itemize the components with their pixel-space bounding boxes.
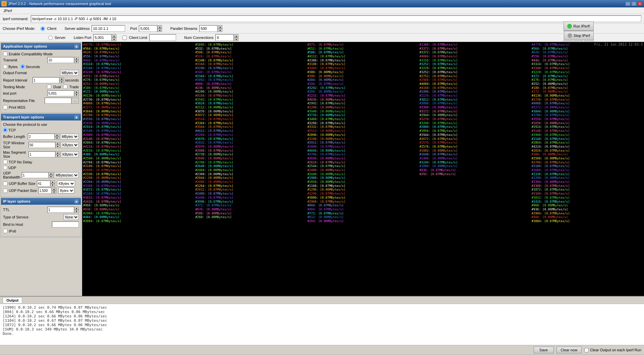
udp-buffer-checkbox[interactable] <box>3 182 7 186</box>
report-interval-input[interactable] <box>33 77 59 83</box>
report-interval-spinbox: ▲ ▼ <box>33 77 64 83</box>
minimize-button[interactable]: ─ <box>625 1 631 6</box>
test-port-input[interactable] <box>47 90 74 96</box>
window-controls[interactable]: ─ □ ✕ <box>625 1 643 6</box>
buffer-length-input[interactable] <box>28 134 55 140</box>
report-down[interactable]: ▼ <box>59 80 64 83</box>
max-seg-up[interactable]: ▲ <box>55 151 60 154</box>
listen-up-btn[interactable]: ▲ <box>112 34 116 38</box>
compat-checkbox[interactable] <box>3 52 7 56</box>
menu-jperf[interactable]: JPerf <box>1 8 14 13</box>
stream-line: #3716: [0.06MBytes/s] <box>307 113 419 117</box>
server-address-input[interactable] <box>92 25 125 32</box>
stream-line: #3844: [0.06MBytes/s] <box>83 110 195 114</box>
udp-buffer-unit-select[interactable]: KBytes <box>57 181 75 187</box>
tcp-window-unit-select[interactable]: KBytes <box>61 142 79 148</box>
udp-pkt-down[interactable]: ▼ <box>52 191 56 194</box>
ttl-row: TTL ▲ ▼ <box>3 207 79 213</box>
udp-packet-checkbox[interactable] <box>3 189 7 193</box>
ttl-down[interactable]: ▼ <box>74 210 79 213</box>
transport-layer-header[interactable]: Transport layer options ▲ <box>1 114 81 120</box>
udp-bw-up[interactable]: ▲ <box>49 172 53 175</box>
dual-checkbox[interactable] <box>47 85 51 89</box>
buffer-unit-select[interactable]: MBytes <box>60 134 79 140</box>
tcp-window-up[interactable]: ▲ <box>55 142 60 145</box>
output-tab[interactable]: Output <box>3 297 22 303</box>
test-port-down[interactable]: ▼ <box>74 93 79 96</box>
udp-bw-down[interactable]: ▼ <box>49 175 53 178</box>
ip-layer-header[interactable]: IP layer options ▲ <box>1 198 81 205</box>
client-radio[interactable] <box>41 27 45 31</box>
app-layer-header[interactable]: Application layer options ▲ <box>1 43 81 50</box>
max-seg-input[interactable] <box>29 151 55 157</box>
numconn-down-btn[interactable]: ▼ <box>234 38 238 41</box>
tos-select[interactable]: None <box>63 214 79 220</box>
tcp-radio[interactable] <box>3 128 7 132</box>
close-button[interactable]: ✕ <box>637 1 643 6</box>
app-layer-collapse[interactable]: ▲ <box>74 44 79 49</box>
print-mss-checkbox[interactable] <box>3 105 7 109</box>
numconn-up-btn[interactable]: ▲ <box>234 34 238 38</box>
port-up-btn[interactable]: ▲ <box>157 25 162 29</box>
transmit-input[interactable] <box>47 57 74 63</box>
num-connections-input[interactable] <box>215 34 234 41</box>
transport-layer-collapse[interactable]: ▲ <box>74 115 79 119</box>
seconds-radio[interactable] <box>20 64 25 69</box>
udp-buf-up[interactable]: ▲ <box>50 181 55 184</box>
ip-layer-collapse[interactable]: ▲ <box>74 199 79 204</box>
udp-radio[interactable] <box>3 165 7 170</box>
max-seg-unit-select[interactable]: KBytes <box>61 151 79 157</box>
port-input[interactable] <box>139 25 157 32</box>
udp-packet-unit-select[interactable]: Bytes <box>58 188 74 194</box>
sidebar-scrollbar[interactable] <box>0 237 82 243</box>
server-radio[interactable] <box>48 36 53 40</box>
stream-line: #3196: [0.07MBytes/s] <box>195 66 307 70</box>
max-seg-down[interactable]: ▼ <box>55 154 60 157</box>
bytes-radio[interactable] <box>3 64 7 69</box>
transmit-down[interactable]: ▼ <box>74 60 79 63</box>
bind-host-input[interactable] <box>52 221 79 227</box>
udp-pkt-up[interactable]: ▲ <box>52 188 56 191</box>
tcp-window-input[interactable] <box>29 142 55 148</box>
clear-now-button[interactable]: Clear now <box>556 347 582 353</box>
parallel-up-btn[interactable]: ▲ <box>218 25 222 29</box>
buffer-up[interactable]: ▲ <box>55 134 59 137</box>
trade-checkbox[interactable] <box>63 85 67 89</box>
client-limit-input[interactable] <box>149 34 176 41</box>
save-button[interactable]: Save <box>534 347 554 353</box>
stream-line: #564: [0.07MBytes/s] <box>532 47 643 51</box>
maximize-button[interactable]: □ <box>631 1 637 6</box>
tcp-window-down[interactable]: ▼ <box>55 145 60 148</box>
buffer-down[interactable]: ▼ <box>55 137 59 140</box>
client-limit-checkbox[interactable] <box>122 36 127 40</box>
test-port-up[interactable]: ▲ <box>74 90 79 93</box>
udp-bandwidth-input[interactable] <box>22 172 49 178</box>
transmit-up[interactable]: ▲ <box>74 57 79 60</box>
udp-buf-down[interactable]: ▼ <box>50 184 55 187</box>
parallel-down-btn[interactable]: ▼ <box>218 29 222 32</box>
report-up[interactable]: ▲ <box>59 77 64 80</box>
ttl-input[interactable] <box>47 207 74 213</box>
tcp-no-delay-checkbox[interactable] <box>3 160 7 164</box>
stream-line: #2904: [0.07MBytes/s] <box>532 212 643 216</box>
ipv6-checkbox[interactable] <box>3 229 7 233</box>
transmit-row: Transmit ▲ ▼ <box>3 57 79 63</box>
output-format-select[interactable]: MBytes <box>60 70 79 76</box>
listen-port-input[interactable] <box>93 34 112 41</box>
run-iperf-button[interactable]: Run IPerf! <box>564 21 594 31</box>
udp-packet-input[interactable] <box>38 188 52 194</box>
stream-line: #2864: [0.07MBytes/s] <box>83 141 195 145</box>
udp-buffer-input[interactable] <box>37 181 50 187</box>
port-down-btn[interactable]: ▼ <box>157 29 162 32</box>
stream-line: #276: [0.07MBytes/s] <box>532 78 643 82</box>
rep-file-input[interactable] <box>45 98 71 104</box>
stop-iperf-button[interactable]: Stop IPerf <box>564 31 594 40</box>
ttl-up[interactable]: ▲ <box>74 207 79 210</box>
iperf-command-input[interactable] <box>31 15 641 22</box>
stream-line: #2448: [0.07MBytes/s] <box>195 196 307 200</box>
udp-bw-unit-select[interactable]: MBytes/sec <box>54 172 79 178</box>
listen-down-btn[interactable]: ▼ <box>112 38 116 41</box>
parallel-streams-input[interactable] <box>199 25 218 32</box>
clear-on-run-checkbox[interactable] <box>584 348 589 352</box>
rep-file-browse-button[interactable]: ... <box>71 98 79 104</box>
